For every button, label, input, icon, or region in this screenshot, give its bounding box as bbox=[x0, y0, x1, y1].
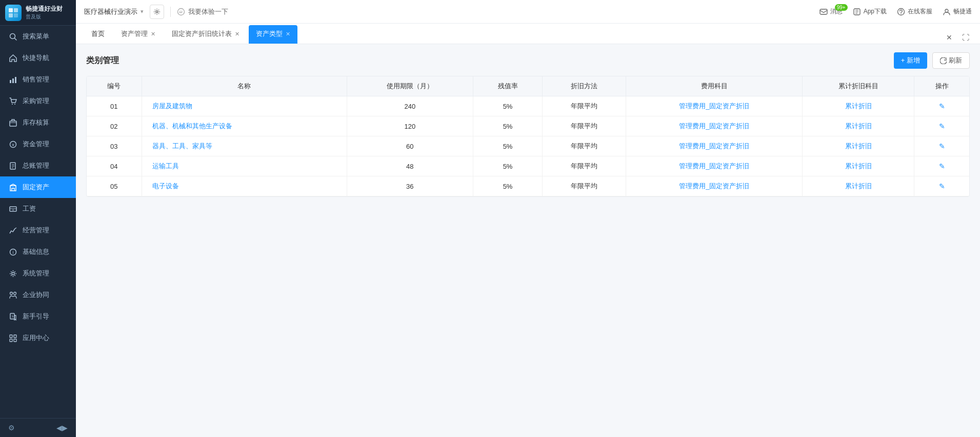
col-residual: 残值率 bbox=[473, 76, 543, 96]
company-selector[interactable]: 医疗器械行业演示 ▾ bbox=[84, 7, 144, 16]
main-area: 医疗器械行业演示 ▾ 我要体验一下 消息 99+ App下载 在线客服 bbox=[76, 0, 980, 437]
app-logo bbox=[5, 5, 22, 21]
sidebar-item-quicknav[interactable]: 快捷导航 bbox=[0, 47, 76, 69]
svg-rect-30 bbox=[10, 339, 12, 342]
sidebar-item-system[interactable]: 系统管理 bbox=[0, 263, 76, 284]
tab-depreciation-report[interactable]: 固定资产折旧统计表 ✕ bbox=[165, 25, 247, 44]
sidebar-item-guide[interactable]: 新手引导 bbox=[0, 306, 76, 327]
sidebar-item-sales[interactable]: 销售管理 bbox=[0, 69, 76, 90]
home-icon bbox=[8, 53, 17, 63]
refresh-button[interactable]: 刷新 bbox=[932, 52, 970, 69]
settings-footer-icon[interactable]: ⚙ bbox=[8, 424, 15, 432]
cell-expense: 管理费用_固定资产折旧 bbox=[626, 176, 803, 196]
svg-rect-34 bbox=[820, 9, 827, 14]
topbar-divider bbox=[170, 7, 171, 17]
cell-name: 运输工具 bbox=[142, 156, 347, 176]
sidebar-item-apps[interactable]: 应用中心 bbox=[0, 327, 76, 349]
svg-rect-8 bbox=[15, 77, 16, 83]
cell-expense: 管理费用_固定资产折旧 bbox=[626, 116, 803, 136]
tabs-actions: ✕ ⛶ bbox=[943, 31, 972, 44]
cell-expense: 管理费用_固定资产折旧 bbox=[626, 156, 803, 176]
cell-period: 60 bbox=[347, 136, 473, 156]
edit-button[interactable]: ✎ bbox=[939, 162, 945, 170]
svg-point-33 bbox=[178, 8, 185, 15]
online-service-button[interactable]: 在线客服 bbox=[897, 7, 932, 16]
page-content: 类别管理 + 新增 刷新 编号 名称 使用期限（月） 残值率 折旧方法 bbox=[76, 44, 980, 437]
cell-method: 年限平均 bbox=[543, 136, 626, 156]
book-icon bbox=[8, 161, 17, 170]
tab-depreciation-close[interactable]: ✕ bbox=[235, 31, 239, 37]
edit-button[interactable]: ✎ bbox=[939, 122, 945, 130]
tab-asset-type-close[interactable]: ✕ bbox=[286, 31, 290, 37]
search-icon bbox=[8, 32, 17, 41]
cell-name: 房屋及建筑物 bbox=[142, 96, 347, 116]
svg-rect-31 bbox=[14, 339, 16, 342]
cell-residual: 5% bbox=[473, 116, 543, 136]
tab-home[interactable]: 首页 bbox=[84, 25, 112, 44]
edit-button[interactable]: ✎ bbox=[939, 102, 945, 110]
edit-button[interactable]: ✎ bbox=[939, 182, 945, 190]
app-download-button[interactable]: App下载 bbox=[853, 7, 887, 16]
sidebar-label-purchase: 采购管理 bbox=[23, 96, 49, 106]
operations-icon bbox=[8, 226, 17, 235]
table-row: 03 器具、工具、家具等 60 5% 年限平均 管理费用_固定资产折旧 累计折旧… bbox=[87, 136, 969, 156]
app-title-block: 畅捷通好业财 普及版 bbox=[26, 5, 63, 21]
sidebar-label-basic: 基础信息 bbox=[23, 247, 49, 256]
sidebar-label-system: 系统管理 bbox=[23, 269, 49, 278]
cell-accumulated: 累计折旧 bbox=[803, 176, 914, 196]
topbar-right: 消息 99+ App下载 在线客服 畅捷通 bbox=[819, 7, 972, 16]
collapse-icon[interactable]: ◀▶ bbox=[56, 424, 68, 432]
tab-asset-type[interactable]: 资产类型 ✕ bbox=[249, 25, 297, 44]
svg-rect-2 bbox=[9, 13, 13, 17]
sidebar-item-payroll[interactable]: 工资 bbox=[0, 198, 76, 220]
col-id: 编号 bbox=[87, 76, 142, 96]
online-service-label: 在线客服 bbox=[908, 7, 932, 16]
expand-tab-button[interactable]: ⛶ bbox=[959, 31, 972, 44]
sidebar-item-enterprise[interactable]: 企业协同 bbox=[0, 284, 76, 306]
user-button[interactable]: 畅捷通 bbox=[943, 7, 972, 16]
sidebar-item-inventory[interactable]: 库存核算 bbox=[0, 112, 76, 133]
page-title: 类别管理 bbox=[86, 55, 119, 66]
tabs-bar: 首页 资产管理 ✕ 固定资产折旧统计表 ✕ 资产类型 ✕ ✕ ⛶ bbox=[76, 24, 980, 44]
close-tab-button[interactable]: ✕ bbox=[943, 31, 955, 44]
cell-accumulated: 累计折旧 bbox=[803, 136, 914, 156]
sidebar-item-fixed[interactable]: 固定资产 bbox=[0, 176, 76, 198]
tab-asset-management-close[interactable]: ✕ bbox=[151, 31, 155, 37]
sidebar-label-capital: 资金管理 bbox=[23, 140, 49, 149]
sidebar-item-purchase[interactable]: 采购管理 bbox=[0, 90, 76, 112]
col-method: 折旧方法 bbox=[543, 76, 626, 96]
page-header: 类别管理 + 新增 刷新 bbox=[86, 52, 970, 69]
sidebar-item-basic[interactable]: i 基础信息 bbox=[0, 241, 76, 263]
sidebar-label-apps: 应用中心 bbox=[23, 333, 49, 343]
edit-button[interactable]: ✎ bbox=[939, 142, 945, 150]
svg-rect-3 bbox=[14, 13, 18, 17]
cell-id: 03 bbox=[87, 136, 142, 156]
message-button[interactable]: 消息 99+ bbox=[819, 7, 843, 16]
tab-home-label: 首页 bbox=[91, 29, 105, 38]
svg-point-25 bbox=[10, 292, 12, 294]
header-actions: + 新增 刷新 bbox=[894, 52, 970, 69]
sidebar-item-ledger[interactable]: 总账管理 bbox=[0, 155, 76, 176]
svg-point-26 bbox=[13, 292, 16, 294]
experience-button[interactable]: 我要体验一下 bbox=[177, 7, 228, 16]
sidebar-label-operations: 经营管理 bbox=[23, 226, 49, 235]
cell-expense: 管理费用_固定资产折旧 bbox=[626, 96, 803, 116]
tab-asset-management[interactable]: 资产管理 ✕ bbox=[114, 25, 163, 44]
company-settings-button[interactable] bbox=[150, 5, 164, 19]
sidebar-label-search: 搜索菜单 bbox=[23, 32, 49, 41]
experience-label: 我要体验一下 bbox=[188, 7, 228, 16]
sidebar-item-search[interactable]: 搜索菜单 bbox=[0, 26, 76, 47]
cell-accumulated: 累计折旧 bbox=[803, 96, 914, 116]
sidebar-item-operations[interactable]: 经营管理 bbox=[0, 220, 76, 241]
sidebar-footer: ⚙ ◀▶ bbox=[0, 418, 76, 437]
tab-depreciation-label: 固定资产折旧统计表 bbox=[172, 29, 232, 38]
sidebar: 畅捷通好业财 普及版 搜索菜单 快捷导航 销售管理 采购管理 bbox=[0, 0, 76, 437]
building-icon bbox=[8, 183, 17, 192]
svg-rect-28 bbox=[10, 335, 12, 337]
cell-id: 02 bbox=[87, 116, 142, 136]
cell-period: 120 bbox=[347, 116, 473, 136]
new-button[interactable]: + 新增 bbox=[894, 52, 927, 69]
svg-rect-0 bbox=[9, 8, 13, 12]
col-name: 名称 bbox=[142, 76, 347, 96]
sidebar-item-capital[interactable]: ¥ 资金管理 bbox=[0, 133, 76, 155]
